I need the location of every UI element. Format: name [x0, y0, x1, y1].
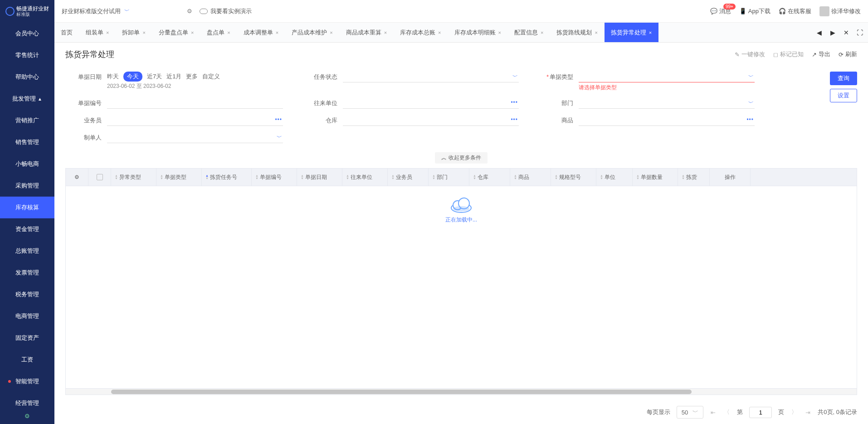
- prev-page[interactable]: 〈: [723, 408, 731, 416]
- setting-button[interactable]: 设置: [830, 89, 857, 102]
- sidebar-item[interactable]: 发票管理: [0, 262, 54, 284]
- table-column-header[interactable]: ▲▼单据日期: [297, 169, 342, 186]
- close-icon[interactable]: ×: [227, 30, 230, 35]
- tab[interactable]: 盘点单×: [200, 23, 237, 42]
- table-column-header[interactable]: ▲▼单据编号: [252, 169, 297, 186]
- chevron-down-icon[interactable]: ﹀: [512, 73, 518, 81]
- tab[interactable]: 首页: [54, 23, 79, 42]
- wh-input[interactable]: [343, 115, 519, 126]
- tab-prev[interactable]: ◀: [813, 26, 825, 39]
- chevron-down-icon[interactable]: ﹀: [748, 73, 754, 81]
- table-column-header[interactable]: ▲▼拣货任务号: [202, 169, 252, 186]
- sidebar-item[interactable]: 营销推广: [0, 110, 54, 131]
- table-column-header[interactable]: ▲▼往来单位: [342, 169, 388, 186]
- dept-input[interactable]: [579, 98, 755, 109]
- staff-input[interactable]: [107, 115, 283, 126]
- tab[interactable]: 拆卸单×: [116, 23, 152, 42]
- modify-button[interactable]: ✎ 一键修改: [735, 50, 765, 58]
- close-icon[interactable]: ×: [276, 30, 278, 35]
- close-icon[interactable]: ×: [191, 30, 194, 35]
- more-icon[interactable]: •••: [275, 116, 282, 123]
- export-button[interactable]: ↗ 导出: [812, 50, 830, 58]
- no-input[interactable]: [107, 98, 283, 109]
- sidebar-item[interactable]: 会员中心: [0, 23, 54, 44]
- tab[interactable]: 商品成本重算×: [340, 23, 394, 42]
- close-icon[interactable]: ×: [384, 30, 387, 35]
- table-column-header[interactable]: ▲▼业务员: [388, 169, 429, 186]
- goods-input[interactable]: [579, 115, 755, 126]
- tab[interactable]: 产品成本维护×: [285, 23, 339, 42]
- sidebar-item[interactable]: 智能管理: [0, 371, 54, 392]
- close-icon[interactable]: ×: [106, 30, 109, 35]
- sidebar-item[interactable]: 库存核算: [0, 197, 54, 218]
- collapse-button[interactable]: ︽ 收起更多条件: [435, 152, 488, 164]
- sidebar-item[interactable]: 税务管理: [0, 284, 54, 305]
- next-page[interactable]: 〉: [790, 408, 798, 416]
- date-option[interactable]: 近1月: [166, 72, 181, 81]
- table-column-header[interactable]: ▲▼拣货: [678, 169, 710, 186]
- tab[interactable]: 拣货异常处理×: [605, 23, 658, 42]
- tab-next[interactable]: ▶: [826, 26, 839, 39]
- close-icon[interactable]: ×: [541, 30, 543, 35]
- close-icon[interactable]: ×: [438, 30, 441, 35]
- user-menu[interactable]: 徐泽华修改: [819, 6, 861, 16]
- close-icon[interactable]: ×: [595, 30, 597, 35]
- sidebar-item[interactable]: 零售统计: [0, 44, 54, 66]
- close-icon[interactable]: ×: [142, 30, 145, 35]
- demo-link[interactable]: 我要看实例演示: [200, 7, 252, 15]
- tab[interactable]: 库存成本总账×: [394, 23, 448, 42]
- settings-icon[interactable]: ⚙: [24, 413, 30, 419]
- refresh-button[interactable]: ⟳ 刷新: [839, 50, 857, 58]
- tab[interactable]: 拣货路线规划×: [550, 23, 604, 42]
- tab-close-all[interactable]: ✕: [840, 26, 853, 39]
- sidebar-item[interactable]: 固定资产: [0, 327, 54, 349]
- table-column-header[interactable]: ▲▼单据数量: [633, 169, 678, 186]
- maker-input[interactable]: [107, 132, 283, 143]
- close-icon[interactable]: ×: [649, 30, 652, 35]
- chevron-down-icon[interactable]: ﹀: [277, 134, 282, 141]
- close-icon[interactable]: ×: [330, 30, 332, 35]
- table-column-header[interactable]: ▲▼规格型号: [551, 169, 596, 186]
- task-input[interactable]: [343, 72, 519, 82]
- table-column-header[interactable]: ▲▼异常类型: [111, 169, 156, 186]
- sidebar-item[interactable]: 销售管理: [0, 131, 54, 153]
- tab-fullscreen[interactable]: ⛶: [853, 26, 866, 39]
- table-column-header[interactable]: ▲▼单据类型: [156, 169, 202, 186]
- sidebar-item[interactable]: 小畅电商: [0, 153, 54, 175]
- tab[interactable]: 组装单×: [79, 23, 116, 42]
- date-option[interactable]: 今天: [123, 72, 142, 82]
- date-option[interactable]: 更多: [186, 72, 198, 81]
- mark-button[interactable]: ◻ 标记已知: [773, 50, 804, 58]
- scrollbar-thumb[interactable]: [111, 390, 692, 394]
- gear-icon[interactable]: ⚙: [187, 8, 192, 14]
- horizontal-scrollbar[interactable]: [65, 389, 857, 395]
- table-column-header[interactable]: ▲▼仓库: [469, 169, 510, 186]
- partner-input[interactable]: [343, 98, 519, 109]
- page-input[interactable]: [749, 407, 772, 418]
- customer-service[interactable]: 🎧 在线客服: [779, 7, 811, 15]
- first-page[interactable]: ⇤: [710, 409, 717, 416]
- sidebar-item[interactable]: 工资: [0, 349, 54, 371]
- table-column-header[interactable]: ▲▼单位: [596, 169, 633, 186]
- tab[interactable]: 库存成本明细账×: [448, 23, 508, 42]
- sidebar-item[interactable]: 采购管理: [0, 175, 54, 197]
- more-icon[interactable]: •••: [511, 99, 518, 106]
- sidebar-item[interactable]: 资金管理: [0, 218, 54, 240]
- table-column-header[interactable]: ▲▼部门: [429, 169, 469, 186]
- tab[interactable]: 分量盘点单×: [152, 23, 200, 42]
- col-checkbox[interactable]: [88, 169, 111, 186]
- chevron-down-icon[interactable]: ﹀: [748, 99, 754, 107]
- date-option[interactable]: 近7天: [147, 72, 162, 81]
- last-page[interactable]: ⇥: [805, 409, 811, 416]
- app-download[interactable]: 📱 App下载: [739, 7, 770, 15]
- col-settings[interactable]: ⚙: [66, 169, 88, 186]
- query-button[interactable]: 查询: [830, 72, 857, 85]
- date-option[interactable]: 自定义: [202, 72, 220, 81]
- sidebar-item[interactable]: 经营管理: [0, 392, 54, 408]
- type-input[interactable]: [579, 72, 755, 82]
- page-size-select[interactable]: 50 ﹀: [677, 406, 703, 419]
- more-icon[interactable]: •••: [746, 116, 754, 123]
- more-icon[interactable]: •••: [511, 116, 518, 123]
- sidebar-item[interactable]: 批发管理▲: [0, 88, 54, 110]
- sidebar-item[interactable]: 电商管理: [0, 305, 54, 327]
